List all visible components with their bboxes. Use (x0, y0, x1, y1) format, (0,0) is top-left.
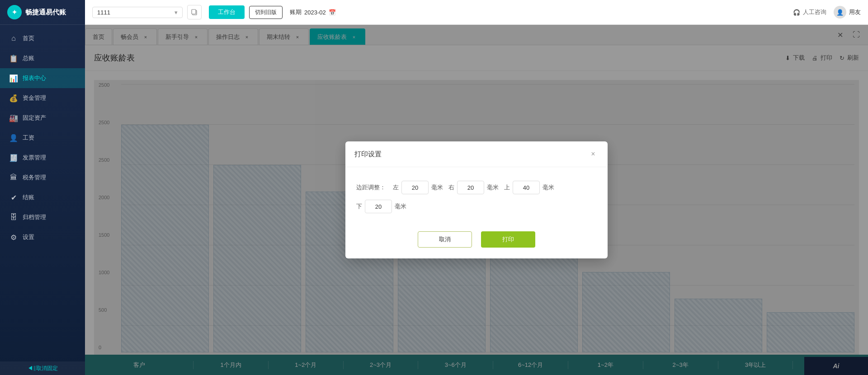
copy-button[interactable] (187, 5, 202, 19)
sidebar-item-settings[interactable]: ⚙ 设置 (0, 227, 85, 247)
sidebar-item-home[interactable]: ⌂ 首页 (0, 28, 85, 48)
margin-label: 边距调整： (356, 183, 386, 192)
ledger-icon: 📋 (9, 54, 18, 63)
right-label: 右 (448, 183, 454, 192)
print-settings-modal: 打印设置 × 边距调整： 左 毫米 右 毫米 上 毫米 (345, 141, 608, 258)
modal-footer: 取消 打印 (345, 224, 608, 258)
sidebar-item-assets[interactable]: 🏭 固定资产 (0, 108, 85, 128)
modal-overlay: 打印设置 × 边距调整： 左 毫米 右 毫米 上 毫米 (85, 25, 868, 375)
headset-icon: 🎧 (793, 9, 800, 16)
bottom-unit: 毫米 (395, 202, 406, 211)
workbench-button[interactable]: 工作台 (209, 5, 245, 19)
archive-icon: 🗄 (9, 213, 18, 222)
margin-left-input[interactable] (401, 181, 429, 194)
avatar: 👤 (834, 6, 846, 19)
right-unit: 毫米 (487, 183, 499, 192)
tax-icon: 🏛 (9, 173, 18, 182)
modal-close-button[interactable]: × (588, 149, 599, 159)
sidebar-logo: ✦ 畅捷通易代账 (0, 0, 85, 25)
copy-icon (191, 9, 198, 16)
sidebar: ✦ 畅捷通易代账 ⌂ 首页 📋 总账 📊 报表中心 💰 资金管理 🏭 固定资产 … (0, 0, 85, 375)
left-unit: 毫米 (431, 183, 443, 192)
sidebar-item-funds[interactable]: 💰 资金管理 (0, 88, 85, 108)
assets-icon: 🏭 (9, 113, 18, 122)
sidebar-collapse-btn[interactable]: ◀‖取消固定 (0, 361, 85, 375)
company-selector[interactable]: 1111 ▾ (92, 7, 183, 18)
modal-header: 打印设置 × (345, 141, 608, 167)
modal-title: 打印设置 (354, 150, 588, 159)
confirm-print-button[interactable]: 打印 (481, 231, 535, 248)
collapse-label: ◀‖取消固定 (28, 365, 58, 372)
consult-button[interactable]: 🎧 人工咨询 (793, 8, 826, 16)
modal-body: 边距调整： 左 毫米 右 毫米 上 毫米 下 (345, 167, 608, 224)
sidebar-item-tax[interactable]: 🏛 税务管理 (0, 168, 85, 188)
sidebar-item-payroll[interactable]: 👤 工资 (0, 128, 85, 148)
invoices-icon: 🧾 (9, 153, 18, 162)
reports-icon: 📊 (9, 74, 18, 83)
sidebar-item-archive[interactable]: 🗄 归档管理 (0, 207, 85, 227)
margin-top-input[interactable] (513, 181, 540, 194)
svg-rect-1 (192, 9, 196, 14)
left-label: 左 (393, 183, 399, 192)
cancel-button[interactable]: 取消 (418, 231, 472, 248)
checkout-icon: ✔ (9, 193, 18, 202)
top-label: 上 (504, 183, 510, 192)
home-icon: ⌂ (9, 34, 18, 43)
bottom-label: 下 (356, 202, 362, 211)
margin-bottom-input[interactable] (365, 200, 392, 213)
payroll-icon: 👤 (9, 133, 18, 142)
margin-right-input[interactable] (457, 181, 484, 194)
margin-bottom-group: 下 毫米 (356, 200, 406, 213)
margin-top-group: 上 毫米 (504, 181, 554, 194)
user-menu[interactable]: 👤 用友 (834, 6, 861, 19)
calendar-icon[interactable]: 📅 (329, 9, 336, 16)
logo-icon: ✦ (7, 5, 22, 19)
switch-version-button[interactable]: 切到旧版 (249, 6, 283, 19)
settings-icon: ⚙ (9, 233, 18, 242)
sidebar-item-invoices[interactable]: 🧾 发票管理 (0, 148, 85, 168)
user-label: 用友 (849, 8, 861, 16)
logo-text: 畅捷通易代账 (25, 8, 66, 17)
period-value: 2023-02 (304, 9, 326, 16)
sidebar-nav: ⌂ 首页 📋 总账 📊 报表中心 💰 资金管理 🏭 固定资产 👤 工资 🧾 发票… (0, 25, 85, 361)
header: 1111 ▾ 工作台 切到旧版 账期 2023-02 📅 🎧 人工咨询 👤 用友 (85, 0, 868, 25)
company-name: 1111 (97, 9, 171, 16)
margin-left-group: 左 毫米 (393, 181, 443, 194)
top-unit: 毫米 (542, 183, 554, 192)
margin-right-group: 右 毫米 (448, 181, 499, 194)
period-display: 账期 2023-02 📅 (290, 8, 336, 16)
consult-label: 人工咨询 (803, 8, 826, 16)
header-right: 🎧 人工咨询 👤 用友 (793, 6, 861, 19)
sidebar-item-ledger[interactable]: 📋 总账 (0, 48, 85, 68)
chevron-down-icon: ▾ (175, 9, 178, 16)
sidebar-item-checkout[interactable]: ✔ 结账 (0, 188, 85, 207)
sidebar-item-reports[interactable]: 📊 报表中心 (0, 68, 85, 88)
period-label: 账期 (290, 8, 302, 16)
funds-icon: 💰 (9, 94, 18, 103)
margin-row: 边距调整： 左 毫米 右 毫米 上 毫米 下 (356, 181, 597, 213)
